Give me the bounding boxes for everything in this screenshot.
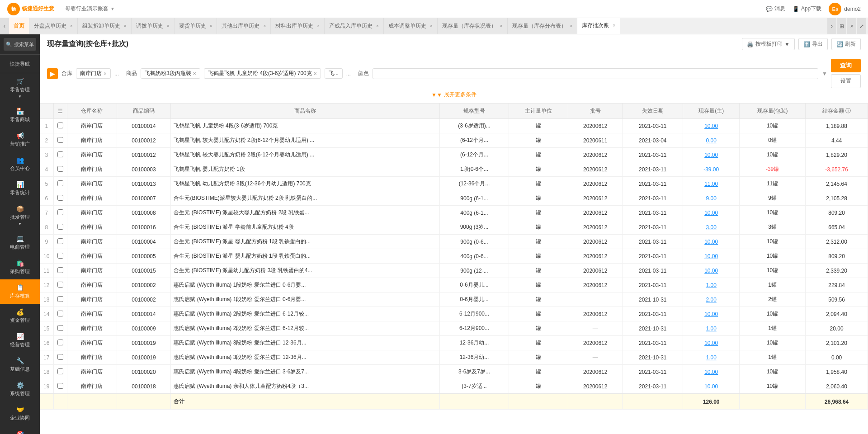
row-checkbox[interactable] [57,238,63,244]
tab-close-current[interactable]: × [613,23,615,28]
tab-close-cailiao[interactable]: × [317,24,320,28]
tab-more-btn[interactable]: ⊞ [837,18,846,34]
row-checkbox[interactable] [57,354,63,360]
cell-checkbox[interactable] [53,264,67,278]
cell-stock-main[interactable]: 11.00 [683,177,740,191]
tab-next-btn[interactable]: › [827,18,836,34]
row-checkbox[interactable] [57,368,63,374]
sidebar-item-marketing[interactable]: 📢 营销推广 [0,127,40,152]
tab-qita[interactable]: 其他出库单历史 × [217,18,271,34]
row-checkbox[interactable] [57,267,63,273]
sidebar-item-ecommerce[interactable]: 💻 电商管理 [0,231,40,255]
tab-prev-btn[interactable]: ‹ [0,18,9,34]
cell-checkbox[interactable] [53,365,67,379]
tab-close-yaohuo[interactable]: × [210,24,212,28]
tab-fenbi[interactable]: 分盘点单历史 × [29,18,78,34]
tab-yaohuo[interactable]: 要货单历史 × [175,18,217,34]
sidebar-search-btn[interactable]: 🔍 搜索菜单 [4,38,36,51]
tab-cailiao[interactable]: 材料出库单历史 × [271,18,325,34]
row-checkbox[interactable] [57,282,63,288]
row-checkbox[interactable] [57,151,63,157]
sidebar-item-inventory[interactable]: 📋 库存核算 [0,279,40,304]
sidebar-item-retail-mgmt[interactable]: 🛒 零售管理 ▼ [0,73,40,103]
cell-checkbox[interactable] [53,307,67,321]
quick-nav-btn[interactable]: 快捷导航 [0,57,40,71]
sidebar-item-member[interactable]: 👥 会员中心 [0,152,40,176]
filter-toggle-btn[interactable]: ▶ [47,68,58,79]
warehouse-dots[interactable]: ... [114,71,119,77]
tab-chanpin[interactable]: 产成品入库单历史 × [325,18,384,34]
cell-checkbox[interactable] [53,235,67,249]
sidebar-item-system[interactable]: ⚙️ 系统管理 [0,377,40,401]
refresh-btn[interactable]: 🔄 刷新 [831,38,861,50]
sidebar-item-retail-stats[interactable]: 📊 零售统计 [0,176,40,201]
cell-stock-main[interactable]: 10.00 [683,264,740,278]
cell-checkbox[interactable] [53,177,67,191]
row-checkbox[interactable] [57,253,63,259]
product-tag2[interactable]: 飞鹤星飞帆 儿童奶粉 4段(3-6岁适用) 700克 × [204,68,321,79]
sidebar-item-basic[interactable]: 🔧 基础信息 [0,353,40,377]
row-checkbox[interactable] [57,340,63,345]
row-checkbox[interactable] [57,195,63,201]
row-checkbox[interactable] [57,137,63,143]
row-checkbox[interactable] [57,296,63,302]
sidebar-item-finance[interactable]: 💰 资金管理 [0,304,40,328]
cell-stock-main[interactable]: 10.00 [683,206,740,220]
tab-zuhe[interactable]: 组装拆卸单历史 × [78,18,132,34]
cell-stock-main[interactable]: 1.00 [683,350,740,365]
tab-close-chanpin[interactable]: × [376,24,379,28]
col-balance[interactable]: 结存金额 ⓘ [806,104,868,119]
cell-stock-main[interactable]: 1.00 [683,278,740,292]
cell-stock-main[interactable]: 3.00 [683,220,740,235]
cell-checkbox[interactable] [53,350,67,365]
tab-close-xianzai-status[interactable]: × [500,24,503,28]
cell-checkbox[interactable] [53,206,67,220]
sidebar-item-purchase[interactable]: 🛍️ 采购管理 [0,255,40,279]
product-tag1-close[interactable]: × [193,71,196,77]
cell-checkbox[interactable] [53,249,67,264]
cell-stock-main[interactable]: 10.00 [683,148,740,162]
sidebar-item-wholesale[interactable]: 📦 批发管理 ▼ [0,201,40,231]
cell-checkbox[interactable] [53,379,67,394]
tab-chengben[interactable]: 成本调整单历史 × [384,18,438,34]
tab-close-fenbi[interactable]: × [70,24,73,28]
cell-stock-main[interactable]: 10.00 [683,336,740,350]
cell-checkbox[interactable] [53,133,67,148]
cell-stock-main[interactable]: 10.00 [683,379,740,394]
col-checkbox[interactable]: ☰ [53,104,67,119]
filter-expand-btn[interactable]: ▼▼ 展开更多条件 [431,91,476,99]
row-checkbox[interactable] [57,180,63,186]
cell-stock-main[interactable]: 10.00 [683,119,740,133]
sidebar-item-guide[interactable]: 🎯 新手引导 [0,426,40,434]
cell-stock-main[interactable]: 10.00 [683,249,740,264]
settings-btn[interactable]: 设置 [831,74,861,88]
message-btn[interactable]: 💬 消息 [766,5,785,13]
cell-checkbox[interactable] [53,321,67,336]
product-tag3[interactable]: 飞... [325,68,343,79]
user-area[interactable]: Ea demo2 [829,3,861,15]
row-checkbox[interactable] [57,325,63,331]
row-checkbox[interactable] [57,383,63,389]
cell-checkbox[interactable] [53,278,67,292]
tab-close-chengben[interactable]: × [430,24,433,28]
product-tag2-close[interactable]: × [314,71,317,77]
cell-checkbox[interactable] [53,191,67,206]
query-btn[interactable]: 查询 [831,59,861,72]
warehouse-tag[interactable]: 南岸门店 × [76,68,111,79]
cell-stock-main[interactable]: 10.00 [683,235,740,249]
tab-close-tiaopi[interactable]: × [167,24,170,28]
print-btn[interactable]: 🖨️ 按模板打印 ▼ [742,38,795,50]
tab-xianzai-fenbu[interactable]: 现存量（库存分布表）× [508,18,578,34]
row-checkbox[interactable] [57,166,63,172]
cell-checkbox[interactable] [53,336,67,350]
cell-stock-main[interactable]: 10.00 [683,365,740,379]
tab-close-xianzai-fenbu[interactable]: × [570,24,573,28]
cell-checkbox[interactable] [53,220,67,235]
cell-stock-main[interactable]: 1.00 [683,321,740,336]
tab-close-qita[interactable]: × [263,24,266,28]
tab-close-all-btn[interactable]: × [847,18,856,34]
company-selector[interactable]: 母婴行业演示账套 ▼ [58,5,115,13]
cell-stock-main[interactable]: 0.00 [683,133,740,148]
sidebar-item-retail-mall[interactable]: 🏪 零售商城 [0,103,40,127]
cell-stock-main[interactable]: -39.00 [683,162,740,177]
